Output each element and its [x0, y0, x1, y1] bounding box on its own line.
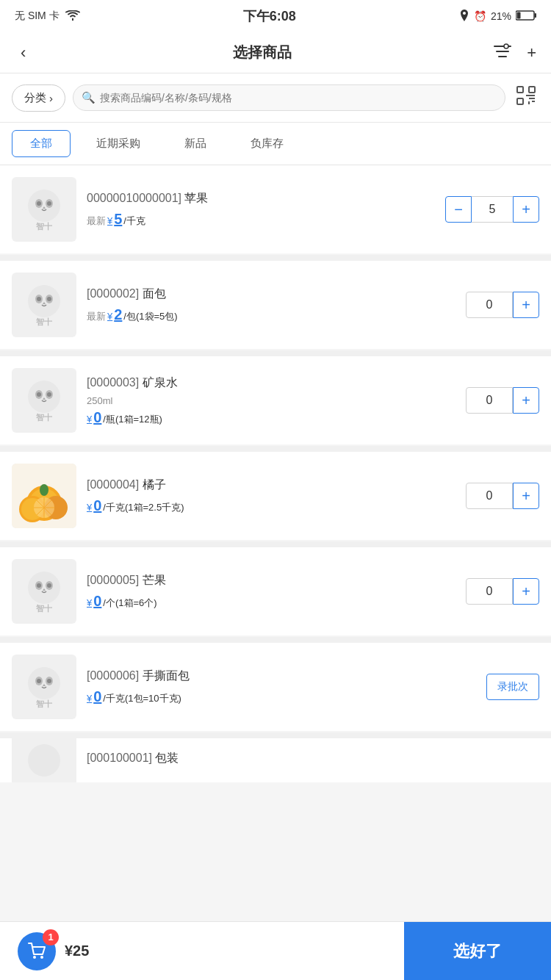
svg-point-35 [40, 484, 48, 496]
product-info-6: [0000006] 手撕面包 ¥ 0 /千克(1包=10千克) [87, 669, 476, 705]
search-wrapper: 🔍 [73, 84, 505, 111]
product-price-1: 最新 ¥ 5 /千克 [87, 211, 435, 228]
quantity-control-4: 0 + [466, 483, 539, 509]
tab-recent[interactable]: 近期采购 [78, 130, 159, 157]
product-item-7: [000100001] 包装 [0, 738, 551, 782]
svg-point-29 [37, 392, 41, 397]
back-button[interactable]: ‹ [15, 37, 32, 68]
battery-icon [516, 10, 536, 23]
batch-button-6[interactable]: 录批次 [486, 674, 539, 700]
product-name-5: [0000005] 芒果 [87, 573, 455, 588]
tab-new[interactable]: 新品 [166, 130, 225, 157]
battery-text: 21% [491, 10, 511, 22]
wifi-icon [65, 10, 80, 23]
product-image-3: 智十 [12, 368, 76, 433]
product-item-5: 智十 [0000005] 芒果 ¥ 0 /个(1箱=6个) 0 + [0, 547, 551, 635]
product-item-1: 智十 00000010000001] 苹果 最新 ¥ 5 /千克 − + [0, 165, 551, 253]
product-image-5: 智十 [12, 559, 76, 624]
add-icon[interactable]: + [527, 43, 536, 62]
search-input[interactable] [73, 84, 505, 111]
status-bar: 无 SIM 卡 下午6:08 ⏰ 21% [0, 0, 551, 32]
cart-section: 1 ¥25 [0, 932, 404, 970]
increase-button-2[interactable]: + [513, 292, 539, 318]
quantity-display-3: 0 [466, 387, 513, 414]
divider-2 [0, 350, 551, 356]
product-price-6: ¥ 0 /千克(1包=10千克) [87, 688, 476, 705]
svg-point-6 [504, 44, 508, 48]
product-item-2: 智十 [0000002] 面包 最新 ¥ 2 /包(1袋=5包) 0 + [0, 261, 551, 349]
bottom-bar: 1 ¥25 选好了 [0, 921, 551, 980]
chevron-right-icon: › [49, 92, 53, 104]
tab-negative-stock[interactable]: 负库存 [232, 130, 302, 157]
svg-point-30 [47, 392, 51, 397]
nav-actions: + [493, 43, 536, 62]
status-time: 下午6:08 [243, 7, 296, 25]
product-list: 智十 00000010000001] 苹果 最新 ¥ 5 /千克 − + [0, 165, 551, 843]
cart-button[interactable]: 1 [18, 932, 56, 970]
product-image-7 [12, 738, 76, 782]
increase-button-5[interactable]: + [513, 578, 539, 605]
product-price-2: 最新 ¥ 2 /包(1袋=5包) [87, 306, 455, 323]
status-right: ⏰ 21% [459, 10, 536, 24]
product-price-3: ¥ 0 /瓶(1箱=12瓶) [87, 409, 455, 426]
divider-4 [0, 541, 551, 547]
increase-button-4[interactable]: + [513, 483, 539, 509]
divider-6 [0, 732, 551, 738]
alarm-icon: ⏰ [474, 10, 486, 22]
category-button[interactable]: 分类 › [12, 84, 65, 112]
quantity-display-2: 0 [466, 292, 513, 318]
svg-point-20 [28, 285, 60, 317]
svg-rect-2 [516, 12, 520, 18]
quantity-display-4: 0 [466, 483, 513, 509]
filter-bar: 分类 › 🔍 [0, 73, 551, 123]
scan-icon[interactable] [513, 82, 539, 113]
product-info-5: [0000005] 芒果 ¥ 0 /个(1箱=6个) [87, 573, 455, 610]
divider-5 [0, 637, 551, 643]
svg-point-26 [28, 381, 60, 413]
product-image-6: 智十 [12, 655, 76, 719]
product-price-5: ¥ 0 /个(1箱=6个) [87, 593, 455, 610]
svg-point-14 [28, 190, 60, 222]
product-info-1: 00000010000001] 苹果 最新 ¥ 5 /千克 [87, 191, 435, 228]
product-name-7: [000100001] 包装 [87, 751, 539, 766]
product-name-3: [0000003] 矿泉水 [87, 375, 455, 391]
product-price-4: ¥ 0 /千克(1箱=2.5千克) [87, 497, 455, 514]
svg-rect-8 [529, 87, 535, 93]
carrier-text: 无 SIM 卡 [15, 10, 60, 23]
quantity-control-1: − + [445, 196, 539, 223]
svg-point-44 [47, 583, 51, 588]
product-item-4: [0000004] 橘子 ¥ 0 /千克(1箱=2.5千克) 0 + [0, 452, 551, 540]
product-image-2: 智十 [12, 273, 76, 337]
product-info-2: [0000002] 面包 最新 ¥ 2 /包(1袋=5包) [87, 287, 455, 323]
svg-point-49 [37, 679, 41, 683]
status-carrier: 无 SIM 卡 [15, 10, 80, 23]
search-icon: 🔍 [82, 91, 96, 104]
cart-badge: 1 [43, 929, 59, 945]
location-icon [459, 10, 469, 24]
divider-3 [0, 446, 551, 452]
product-name-1: 00000010000001] 苹果 [87, 191, 435, 206]
svg-point-24 [47, 297, 51, 301]
confirm-button[interactable]: 选好了 [404, 922, 551, 981]
increase-button-3[interactable]: + [513, 387, 539, 414]
svg-point-23 [37, 297, 41, 301]
filter-icon[interactable] [493, 43, 512, 62]
quantity-control-3: 0 + [466, 387, 539, 414]
quantity-control-5: 0 + [466, 578, 539, 605]
tab-all[interactable]: 全部 [12, 130, 71, 157]
svg-rect-7 [517, 87, 523, 93]
quantity-input-1[interactable] [472, 196, 513, 223]
cart-total: ¥25 [65, 943, 89, 959]
product-info-4: [0000004] 橘子 ¥ 0 /千克(1箱=2.5千克) [87, 478, 455, 514]
increase-button-1[interactable]: + [513, 196, 539, 223]
svg-point-18 [47, 201, 51, 206]
page-title: 选择商品 [233, 43, 292, 62]
product-info-7: [000100001] 包装 [87, 751, 539, 771]
decrease-button-1[interactable]: − [445, 196, 472, 223]
svg-point-46 [28, 667, 60, 699]
product-name-6: [0000006] 手撕面包 [87, 669, 476, 684]
quantity-display-5: 0 [466, 578, 513, 605]
svg-point-52 [28, 744, 60, 777]
product-spec-3: 250ml [87, 395, 455, 406]
quantity-control-2: 0 + [466, 292, 539, 318]
